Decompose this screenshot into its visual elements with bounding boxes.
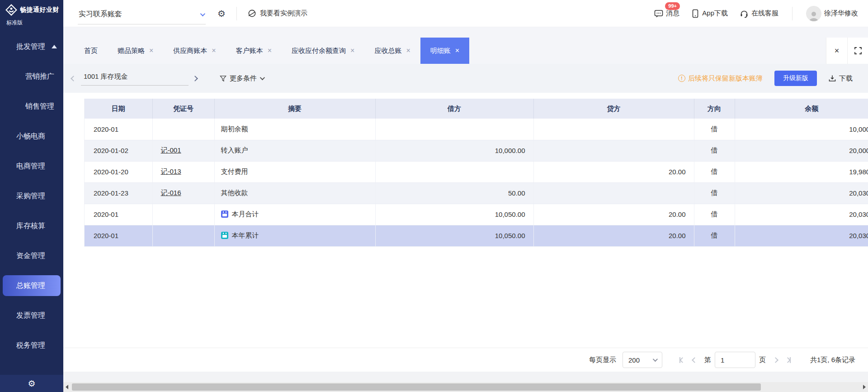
sidebar-item-sales[interactable]: 销售管理 — [0, 91, 63, 121]
ledger-account-select[interactable]: 1001 库存现金 — [81, 72, 189, 86]
voucher-link[interactable]: 记-016 — [161, 189, 181, 196]
brand-logo-block: 畅捷通好业财 标准版 — [0, 0, 63, 27]
page-suffix-label: 页 — [759, 356, 766, 364]
scroll-left-arrow-icon[interactable] — [66, 385, 68, 389]
demo-icon — [248, 9, 256, 18]
avatar — [806, 6, 821, 21]
page-prefix-label: 第 — [704, 356, 711, 364]
sidebar-item-tax[interactable]: 税务管理 — [0, 330, 63, 360]
tab-ar-ap-balance-query[interactable]: 应收应付余额查询 — [282, 38, 364, 64]
sidebar: 畅捷通好业财 标准版 批发管理 营销推广 销售管理 小畅电商 电商管理 采购管理… — [0, 0, 63, 392]
tab-strip: 首页 赠品策略 供应商账本 客户账本 应收应付余额查询 应收总账 明细账 × — [63, 27, 868, 64]
more-filters-button[interactable]: 更多条件 — [220, 74, 264, 83]
download-button[interactable]: 下载 — [829, 74, 853, 83]
col-header-date: 日期 — [85, 99, 152, 119]
upgrade-button[interactable]: 升级新版 — [774, 71, 817, 86]
close-all-tabs-icon[interactable]: × — [826, 38, 847, 64]
month-total-icon — [221, 210, 228, 218]
chevron-down-icon — [200, 11, 205, 16]
page-number-input[interactable] — [715, 352, 755, 368]
toolbar: 1001 库存现金 更多条件 ! 后续将只保留新版本账簿 升级新版 下载 — [63, 64, 868, 93]
sidebar-footer: ⚙ — [0, 375, 63, 392]
sidebar-item-funds[interactable]: 资金管理 — [0, 241, 63, 271]
table-row[interactable]: 2020-01-20 记-013 支付费用 20.00 借 19,980.00 — [85, 161, 868, 182]
col-header-balance: 余额 — [735, 99, 868, 119]
col-header-credit: 贷方 — [533, 99, 694, 119]
version-notice: ! 后续将只保留新版本账簿 — [678, 74, 763, 83]
voucher-link[interactable]: 记-001 — [161, 146, 181, 154]
settings-gear-icon[interactable]: ⚙ — [28, 379, 35, 388]
divider — [236, 7, 237, 20]
sidebar-item-purchase[interactable]: 采购管理 — [0, 181, 63, 211]
fullscreen-icon[interactable] — [847, 38, 868, 64]
user-name: 徐泽华修改 — [824, 9, 858, 18]
sidebar-item-general-ledger[interactable]: 总账管理 — [3, 275, 61, 296]
horizontal-scrollbar[interactable] — [63, 382, 868, 392]
account-set-select[interactable]: 实习联系账套 — [78, 7, 206, 24]
pagination-bar: 每页显示 200 第 页 共1页, 6条记录 — [63, 348, 868, 372]
messages-button[interactable]: 消息 99+ — [654, 9, 679, 18]
message-bubble-icon — [654, 9, 663, 18]
scrollbar-thumb[interactable] — [72, 383, 761, 391]
gear-icon[interactable]: ⚙ — [217, 9, 226, 18]
bottom-strip — [63, 372, 868, 392]
info-icon: ! — [678, 75, 685, 82]
brand-edition: 标准版 — [6, 19, 60, 27]
collapse-arrow-icon — [52, 45, 57, 48]
table-row-year-total[interactable]: 2020-01 本年累计 10,050.00 20.00 借 20,030.00 — [85, 225, 868, 246]
tab-gift-policy[interactable]: 赠品策略 — [108, 38, 163, 64]
last-page-button[interactable] — [786, 357, 791, 363]
divider — [792, 7, 793, 20]
sidebar-item-marketing[interactable]: 营销推广 — [0, 62, 63, 91]
messages-badge: 99+ — [665, 2, 680, 10]
app-download-button[interactable]: App下载 — [691, 9, 728, 18]
table-header-row: 日期 凭证号 摘要 借方 贷方 方向 余额 — [85, 99, 868, 119]
tab-ar-general-ledger[interactable]: 应收总账 — [364, 38, 420, 64]
chevron-down-icon — [260, 75, 265, 80]
sidebar-item-invoice[interactable]: 发票管理 — [0, 301, 63, 330]
record-count-summary: 共1页, 6条记录 — [810, 356, 855, 364]
brand-logo-icon — [5, 4, 17, 16]
user-menu[interactable]: 徐泽华修改 — [806, 6, 858, 21]
sidebar-item-ecommerce[interactable]: 电商管理 — [0, 151, 63, 181]
page-size-select[interactable]: 200 — [623, 352, 662, 368]
first-page-button[interactable] — [679, 357, 684, 363]
topbar-right: 消息 99+ App下载 在线客服 — [654, 6, 858, 21]
sidebar-item-inventory[interactable]: 库存核算 — [0, 211, 63, 241]
sidebar-menu: 批发管理 营销推广 销售管理 小畅电商 电商管理 采购管理 库存核算 资金管理 … — [0, 32, 63, 360]
col-header-summary: 摘要 — [214, 99, 375, 119]
voucher-link[interactable]: 记-013 — [161, 167, 181, 175]
table-row[interactable]: 2020-01 期初余额 借 10,000.00 — [85, 119, 868, 140]
table-row-month-total[interactable]: 2020-01 本月合计 10,050.00 20.00 借 20,030.00 — [85, 204, 868, 225]
year-total-icon — [221, 232, 228, 239]
sidebar-item-xiaochang-ecommerce[interactable]: 小畅电商 — [0, 121, 63, 151]
brand-name: 畅捷通好业财 — [20, 6, 59, 14]
tab-supplier-ledger[interactable]: 供应商账本 — [163, 38, 226, 64]
download-icon — [829, 75, 836, 82]
tab-controls: × — [826, 38, 868, 64]
demo-link[interactable]: 我要看实例演示 — [248, 9, 307, 18]
tab-home[interactable]: 首页 — [74, 38, 108, 64]
chevron-down-icon — [653, 357, 658, 362]
phone-icon — [691, 9, 699, 18]
filter-funnel-icon — [220, 75, 226, 82]
prev-page-button[interactable] — [693, 358, 697, 362]
scroll-right-arrow-icon[interactable] — [863, 385, 866, 389]
headset-icon — [740, 9, 749, 18]
tab-customer-ledger[interactable]: 客户账本 — [226, 38, 282, 64]
prev-account-chevron-icon[interactable] — [71, 76, 76, 81]
sidebar-item-wholesale[interactable]: 批发管理 — [0, 32, 63, 62]
table-row[interactable]: 2020-01-23 记-016 其他收款 50.00 借 20,030.00 — [85, 182, 868, 204]
tab-detail-ledger[interactable]: 明细账 — [420, 38, 469, 64]
col-header-direction: 方向 — [694, 99, 735, 119]
account-set-name: 实习联系账套 — [79, 10, 122, 19]
col-header-debit: 借方 — [375, 99, 533, 119]
next-page-button[interactable] — [774, 358, 778, 362]
next-account-chevron-icon[interactable] — [192, 76, 198, 81]
col-header-voucher: 凭证号 — [152, 99, 214, 119]
page-size-label: 每页显示 — [589, 356, 616, 364]
online-support-button[interactable]: 在线客服 — [740, 9, 778, 18]
ledger-table: 日期 凭证号 摘要 借方 贷方 方向 余额 2020-01 期初余额 借 10,… — [84, 99, 868, 247]
table-row[interactable]: 2020-01-02 记-001 转入账户 10,000.00 借 20,000… — [85, 140, 868, 161]
topbar: 实习联系账套 ⚙ 我要看实例演示 消息 99+ — [63, 0, 868, 27]
